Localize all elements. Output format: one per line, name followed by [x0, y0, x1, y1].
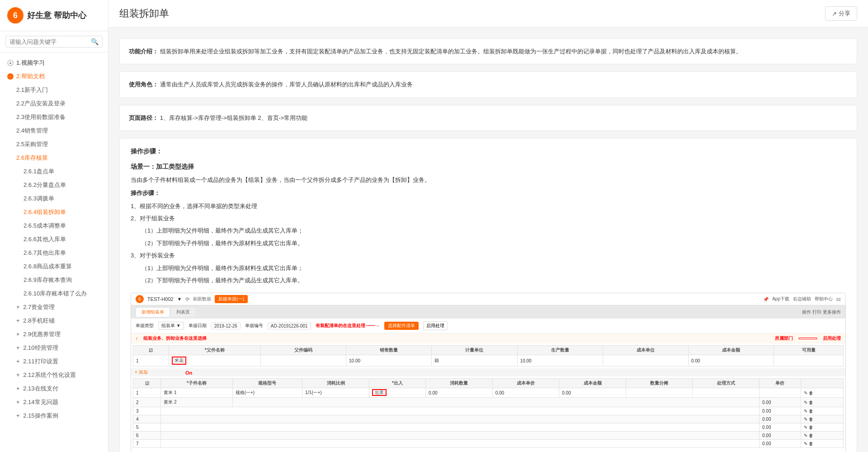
- mock-tab-list[interactable]: 列表页: [171, 308, 195, 317]
- mock-icon1: 📌: [763, 297, 769, 302]
- col-spec: 规格型号: [232, 379, 302, 388]
- sidebar-item-faq[interactable]: + 2.14常见问题: [0, 395, 108, 409]
- mock-date-label: 单据日期: [189, 323, 207, 329]
- sidebar-item-cost-recalc[interactable]: 2.6.8商品成本重算: [0, 260, 108, 273]
- search-button[interactable]: 🔍: [91, 38, 99, 45]
- sidebar-item-data-prep[interactable]: 2.3使用前数据准备: [0, 110, 108, 124]
- mock-bottom-hint-row: + 添加: [131, 368, 845, 376]
- mock-b-3-empty: [161, 407, 760, 415]
- sidebar-item-other-in[interactable]: 2.6.6其他入库单: [0, 233, 108, 246]
- mock-top-cell-1-code: [260, 355, 346, 366]
- sidebar-item-cases[interactable]: + 2.15操作案例: [0, 409, 108, 423]
- share-button[interactable]: ↗ 分享: [825, 6, 857, 21]
- mock-bottom-row-1: 1 黄米 1 规格(一+) 1/1(一+) 出库 0.00 0.00: [133, 388, 844, 398]
- mock-bottom-add-btn[interactable]: + 添加: [135, 369, 148, 376]
- sidebar-item-split-stocktake[interactable]: 2.6.2分量盘点单: [0, 178, 108, 192]
- sidebar-item-sales[interactable]: 2.4销售管理: [0, 124, 108, 138]
- mock-red-box-name: 米花: [172, 357, 186, 365]
- sidebar-item-inventory[interactable]: 2.6库存核算: [0, 151, 108, 165]
- sidebar-item-custom[interactable]: + 2.12系统个性化设置: [0, 368, 108, 382]
- sidebar-item-stock-check[interactable]: 2.6.9库存账本查询: [0, 273, 108, 287]
- mock-enable-btn[interactable]: 启用处理: [423, 321, 448, 330]
- sidebar-label-docs: 2.帮助文档: [16, 72, 45, 81]
- nav-icon-faq: +: [16, 399, 20, 405]
- sidebar-label-stock-check: 2.6.9库存账本查询: [24, 276, 72, 283]
- sidebar-label-cost-recalc: 2.6.8商品成本重算: [24, 263, 72, 270]
- mock-top-cell-1-check: 1: [133, 355, 169, 366]
- sidebar-item-videos[interactable]: + 1.视频学习: [0, 56, 108, 70]
- mock-b-7-empty: [161, 440, 760, 448]
- scenario-title: 场景一：加工类型选择: [131, 163, 846, 171]
- mock-tab-active[interactable]: 新增组装单: [136, 307, 170, 317]
- mock-bottom-row-7: 7 0.00 ✎ 🗑: [133, 440, 844, 448]
- mock-company: TEST-H002: [147, 296, 173, 302]
- mock-b-6-check: 6: [133, 432, 161, 440]
- sidebar-item-coupon[interactable]: + 2.9优惠券管理: [0, 328, 108, 341]
- col-avail: 可用量: [774, 346, 844, 355]
- nav-icon-pay: +: [16, 385, 20, 392]
- sidebar-item-stocktake[interactable]: 2.6.1盘点单: [0, 165, 108, 178]
- mock-new-order-btn[interactable]: 新建单据(一): [215, 295, 248, 303]
- sidebar-item-print[interactable]: + 2.11打印设置: [0, 355, 108, 368]
- main-content: 功能介绍： 组装拆卸单用来处理企业组装或拆卸等加工业务，支持有固定装配清单的产品…: [108, 28, 868, 452]
- sidebar-item-pay[interactable]: + 2.13在线支付: [0, 382, 108, 395]
- mock-form-header: 单据类型 组装单 ▼ 单据日期 2019-12-26 单据编号 AD-20191…: [131, 319, 845, 333]
- sidebar-item-stock-error[interactable]: 2.6.10库存账本错了么办: [0, 287, 108, 300]
- mock-b-4-empty: [161, 415, 760, 423]
- mock-select-btn[interactable]: 选择配件清单: [384, 322, 419, 330]
- sidebar-label-videos: 1.视频学习: [16, 59, 45, 67]
- path-intro-box: 页面路径： 1、库存核算->库存管理->组装拆卸单 2、首页->常用功能: [119, 105, 857, 131]
- mock-b-4-cost-amt: 0.00: [760, 415, 801, 423]
- logo-text: 好生意 帮助中心: [27, 10, 86, 21]
- nav-icon-videos: +: [7, 60, 14, 66]
- nav-icon-custom: +: [16, 371, 20, 378]
- mock-b-3-check: 3: [133, 407, 161, 415]
- steps-list: 1、根据不同的业务，选择不同单据的类型来处理 2、对于组装业务 （1）上部明细为…: [131, 201, 846, 286]
- mock-b-7-cost-amt: 0.00: [760, 440, 801, 448]
- mock-b-cell-1-consume-qty: 0.00: [426, 388, 493, 398]
- col-inout: *出入: [369, 379, 425, 388]
- col-check: ☑: [133, 346, 169, 355]
- mock-date-value[interactable]: 2019-12-26: [211, 323, 241, 329]
- mock-b-5-ops: ✎ 🗑: [801, 423, 843, 432]
- sidebar-item-mobile[interactable]: + 2.8手机旺铺: [0, 314, 108, 328]
- sidebar-item-cost-adjust[interactable]: 2.6.5成本调整单: [0, 219, 108, 233]
- mock-bottom-row-6: 6 0.00 ✎ 🗑: [133, 432, 844, 440]
- mock-more-actions[interactable]: 操作 打印 更多操作: [802, 309, 841, 315]
- mock-b-7-check: 7: [133, 440, 161, 448]
- mock-b-5-empty: [161, 423, 760, 432]
- mock-help-link[interactable]: 帮助中心: [815, 296, 833, 302]
- sidebar-item-purchase[interactable]: 2.5采购管理: [0, 138, 108, 151]
- mock-b-6-ops: ✎ 🗑: [801, 432, 843, 440]
- sidebar-item-assembly[interactable]: 2.6.4组装拆卸单: [0, 205, 108, 219]
- sidebar-label-purchase: 2.5采购管理: [16, 141, 48, 147]
- path-intro-label: 页面路径：: [129, 114, 158, 121]
- main-header: 组装拆卸单 ↗ 分享: [108, 0, 868, 28]
- sidebar-item-transfer[interactable]: 2.6.3调拨单: [0, 192, 108, 205]
- sidebar-label-stock-error: 2.6.10库存账本错了么办: [24, 290, 87, 297]
- role-intro-box: 使用角色： 通常由生产人员或库管人员完成拆装业务的操作，库管人员确认原材料的出库…: [119, 71, 857, 97]
- mock-b-cell-1-handle: [693, 388, 760, 398]
- sidebar-label-ops: 2.10经营管理: [23, 344, 58, 351]
- mock-type-value[interactable]: 组装单 ▼: [158, 322, 184, 330]
- mock-hint1: 有装配清单的在这里处理 ——→: [316, 323, 380, 329]
- mock-assembly-hint: 组装业务、拆卸业务在这里选择: [143, 335, 207, 342]
- sidebar-item-install[interactable]: 2.2产品安装及登录: [0, 97, 108, 110]
- sidebar-item-other-out[interactable]: 2.6.7其他出库单: [0, 246, 108, 260]
- mock-assist-link[interactable]: 右边辅助: [793, 296, 811, 302]
- sidebar-item-docs[interactable]: − 2.帮助文档: [0, 70, 108, 83]
- nav-icon-coupon: +: [16, 331, 20, 338]
- sidebar-item-ops[interactable]: + 2.10经营管理: [0, 341, 108, 355]
- sidebar: 6 好生意 帮助中心 🔍 + 1.视频学习 − 2.帮助文档 2.1新手入门 2…: [0, 0, 108, 452]
- mock-app-link[interactable]: App下载: [772, 296, 789, 302]
- scenario-desc: 当由多个子件材料组装成一个成品的业务为【组装】业务，当由一个父件拆分成多个子产品…: [131, 175, 846, 185]
- step-1: 1、根据不同的业务，选择不同单据的类型来处理: [131, 201, 846, 211]
- mock-dept-input[interactable]: [798, 338, 817, 339]
- search-input[interactable]: [9, 38, 91, 45]
- steps-label: 操作步骤：: [131, 189, 846, 197]
- step-3-1: （1）上部明细为父件明细，最终作为原材料生成其它出库单；: [142, 263, 846, 273]
- mock-b-4-check: 4: [133, 415, 161, 423]
- sidebar-item-finance[interactable]: + 2.7资金管理: [0, 300, 108, 314]
- sidebar-item-new-user[interactable]: 2.1新手入门: [0, 83, 108, 97]
- col-prod-qty: 生产数量: [517, 346, 603, 355]
